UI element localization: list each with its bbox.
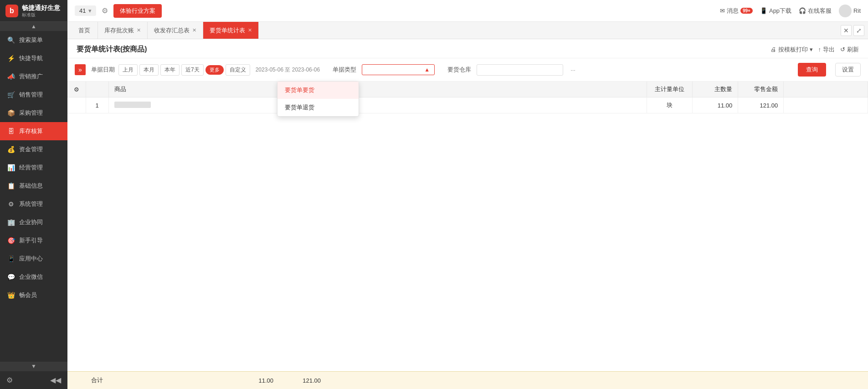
col-header-extra: [784, 82, 868, 97]
dropdown-item-1[interactable]: 要货单退货: [277, 99, 359, 116]
sidebar-item-system[interactable]: ⚙ 系统管理: [0, 195, 67, 213]
maximize-btn[interactable]: ⤢: [853, 25, 864, 36]
type-dropdown: 要货单要货 要货单退货: [277, 81, 359, 117]
sidebar-item-shortcut[interactable]: ⚡ 快捷导航: [0, 49, 67, 67]
sidebar-item-operations[interactable]: 📊 经营管理: [0, 159, 67, 177]
date-btn-more[interactable]: 更多: [205, 65, 224, 75]
col-header-settings[interactable]: ⚙: [67, 82, 86, 97]
search-icon: 🔍: [6, 36, 15, 45]
finance-icon: 💰: [6, 145, 15, 154]
date-btn-this-year[interactable]: 本年: [160, 64, 180, 76]
refresh-btn[interactable]: ↺ 刷新: [840, 46, 859, 54]
warehouse-input[interactable]: [477, 64, 563, 76]
sidebar-scroll-up[interactable]: ▲: [0, 22, 67, 31]
tab-order-stats-close[interactable]: ✕: [248, 27, 252, 33]
date-btn-this-month[interactable]: 本月: [139, 64, 159, 76]
query-button[interactable]: 查询: [798, 63, 826, 77]
tab-receipt-summary-label: 收发存汇总表: [154, 26, 190, 35]
message-icon: ✉: [720, 7, 725, 14]
table-row: 1 块 11.00 121.00: [67, 97, 868, 113]
topbar-left: 41 ▾ ⚙ 体验行业方案: [75, 4, 720, 18]
online-service-item[interactable]: 🎧 在线客服: [799, 7, 832, 15]
operations-label: 经营管理: [19, 164, 43, 172]
user-item[interactable]: Rit: [839, 5, 861, 17]
trial-button[interactable]: 体验行业方案: [113, 4, 162, 18]
inventory-icon: 🗄: [6, 127, 15, 136]
app-icon: 📱: [760, 7, 767, 14]
sidebar-item-finance[interactable]: 💰 资金管理: [0, 140, 67, 159]
service-icon: 🎧: [799, 7, 806, 14]
date-btn-last-month[interactable]: 上月: [118, 64, 138, 76]
sidebar-item-sales[interactable]: 🛒 销售管理: [0, 86, 67, 104]
print-btn[interactable]: 🖨 按模板打印 ▾: [770, 46, 813, 54]
tab-inventory-batch[interactable]: 库存批次账 ✕: [98, 22, 148, 39]
type-select[interactable]: ▲: [362, 64, 435, 75]
print-expand-icon: ▾: [810, 46, 813, 53]
sidebar-item-inventory[interactable]: 🗄 库存核算: [0, 122, 67, 140]
tab-receipt-summary-close[interactable]: ✕: [192, 27, 196, 33]
print-label: 按模板打印: [778, 46, 808, 54]
collapse-icon[interactable]: ◀◀: [50, 376, 61, 384]
marketing-label: 营销推广: [19, 72, 43, 81]
sidebar-item-purchase[interactable]: 📦 采购管理: [0, 104, 67, 122]
date-label: 单据日期: [91, 66, 115, 74]
tab-receipt-summary[interactable]: 收发存汇总表 ✕: [148, 22, 203, 39]
purchase-icon: 📦: [6, 108, 15, 118]
member-label: 畅会员: [19, 291, 37, 299]
row-settings: [67, 97, 86, 113]
sidebar-item-enterprise[interactable]: 🏢 企业协同: [0, 213, 67, 231]
sidebar-item-guide[interactable]: 🎯 新手引导: [0, 231, 67, 250]
table-wrapper: ⚙ 商品 主计量单位 主数量 零售金额 1: [67, 82, 868, 371]
date-btn-custom[interactable]: 自定义: [226, 64, 250, 76]
close-tab-btn[interactable]: ✕: [841, 25, 852, 36]
row-product: [108, 97, 647, 113]
sidebar-item-appstore[interactable]: 📱 应用中心: [0, 250, 67, 268]
messages-label: 消息: [727, 7, 739, 15]
search-label: 搜索菜单: [19, 36, 43, 44]
workspace-name: 41: [79, 7, 86, 14]
operations-icon: 📊: [6, 163, 15, 172]
sidebar-item-search[interactable]: 🔍 搜索菜单: [0, 31, 67, 49]
system-icon: ⚙: [6, 200, 15, 209]
export-btn[interactable]: ↑ 导出: [818, 46, 835, 54]
basic-label: 基础信息: [19, 182, 43, 190]
refresh-icon: ↺: [840, 46, 845, 53]
row-qty: 11.00: [693, 97, 738, 113]
sidebar-scroll-down[interactable]: ▼: [0, 362, 67, 371]
tabbar-actions: ✕ ⤢: [841, 25, 868, 36]
date-btn-7days[interactable]: 近7天: [181, 64, 204, 76]
warehouse-more-icon[interactable]: ···: [570, 67, 575, 73]
dropdown-item-0[interactable]: 要货单要货: [277, 82, 359, 99]
tab-inventory-batch-close[interactable]: ✕: [137, 27, 141, 33]
tab-inventory-batch-label: 库存批次账: [104, 26, 134, 35]
messages-badge: 99+: [740, 8, 753, 14]
sidebar: b 畅捷通好生意 标准版 ▲ 🔍 搜索菜单 ⚡ 快捷导航 📣 营销推广 🛒 销售…: [0, 0, 67, 389]
app-download-item[interactable]: 📱 App下载: [760, 7, 791, 15]
logo-main: 畅捷通好生意: [22, 4, 60, 12]
purchase-label: 采购管理: [19, 109, 43, 117]
col-header-qty: 主数量: [693, 82, 738, 97]
settings-button[interactable]: 设置: [835, 63, 861, 77]
settings-icon[interactable]: ⚙: [6, 376, 13, 384]
shortcut-icon: ⚡: [6, 54, 15, 63]
date-filter-group: 单据日期 上月 本月 本年 近7天 更多 自定义 2023-05-06 至 20…: [91, 64, 320, 76]
col-header-product: 商品: [108, 82, 647, 97]
page-content: 要货单统计表(按商品) 🖨 按模板打印 ▾ ↑ 导出 ↺ 刷新 »: [67, 39, 868, 389]
tab-order-stats[interactable]: 要货单统计表 ✕: [203, 22, 259, 39]
table-body: 1 块 11.00 121.00: [67, 97, 868, 113]
topbar-settings-icon[interactable]: ⚙: [102, 6, 108, 15]
guide-label: 新手引导: [19, 236, 43, 245]
basic-icon: 📋: [6, 181, 15, 190]
sidebar-item-member[interactable]: 👑 畅会员: [0, 286, 67, 304]
sidebar-item-wechat[interactable]: 💬 企业微信: [0, 268, 67, 286]
export-icon: ↑: [818, 46, 822, 53]
tab-home[interactable]: 首页: [71, 22, 98, 39]
messages-item[interactable]: ✉ 消息 99+: [720, 7, 753, 15]
workspace-selector[interactable]: 41 ▾: [75, 5, 96, 16]
sidebar-item-marketing[interactable]: 📣 营销推广: [0, 67, 67, 86]
sidebar-item-basic[interactable]: 📋 基础信息: [0, 177, 67, 195]
col-header-amount: 零售金额: [738, 82, 784, 97]
filter-toggle-btn[interactable]: »: [75, 64, 86, 75]
system-label: 系统管理: [19, 200, 43, 208]
workspace-chevron-icon: ▾: [88, 7, 92, 14]
